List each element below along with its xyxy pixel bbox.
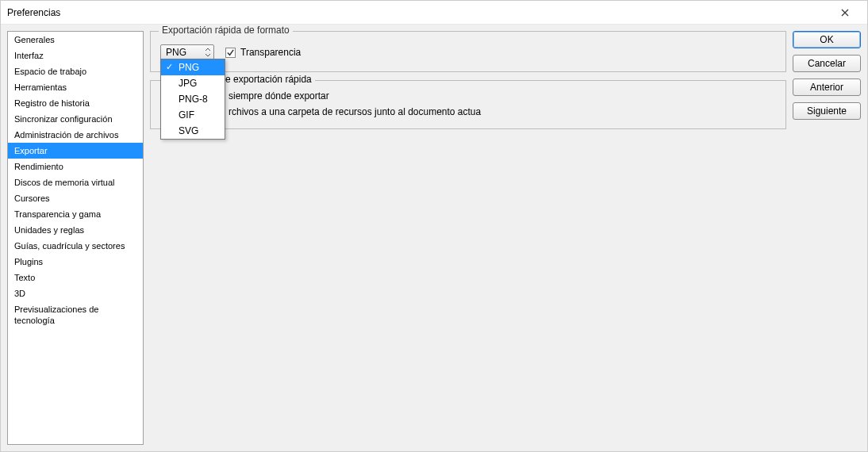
sidebar-item-10[interactable]: Cursores [8, 190, 143, 206]
group-legend: Exportación rápida de formato [159, 25, 293, 36]
prev-button[interactable]: Anterior [793, 79, 861, 96]
radio-row-2: rchivos a una carpeta de recursos junto … [229, 106, 776, 117]
category-sidebar: GeneralesInterfazEspacio de trabajoHerra… [7, 31, 144, 445]
checkmark-icon [226, 48, 235, 57]
sidebar-item-14[interactable]: Plugins [8, 254, 143, 270]
dialog-body: GeneralesInterfazEspacio de trabajoHerra… [1, 25, 867, 451]
radio-row-1: siempre dónde exportar [229, 90, 776, 102]
preferences-window: Preferencias GeneralesInterfazEspacio de… [0, 0, 868, 452]
group-legend-2: e exportación rápida [222, 74, 315, 85]
format-option-svg[interactable]: SVG [161, 123, 225, 139]
sidebar-item-8[interactable]: Rendimiento [8, 159, 143, 174]
sidebar-item-2[interactable]: Espacio de trabajo [8, 63, 143, 79]
titlebar: Preferencias [1, 1, 867, 25]
format-dropdown-list: ✓PNGJPGPNG-8GIFSVG [160, 59, 225, 140]
sidebar-item-11[interactable]: Transparencia y gama [8, 206, 143, 222]
sidebar-item-1[interactable]: Interfaz [8, 48, 143, 63]
quick-export-format-group: Exportación rápida de formato PNG Transp… [150, 31, 786, 72]
chevron-updown-icon [205, 49, 211, 56]
close-icon [841, 9, 849, 17]
sidebar-item-16[interactable]: 3D [8, 285, 143, 301]
radio-label-2: rchivos a una carpeta de recursos junto … [229, 106, 481, 117]
sidebar-item-4[interactable]: Registro de historia [8, 95, 143, 111]
dialog-buttons: OK Cancelar Anterior Siguiente [793, 31, 861, 445]
checkmark-icon: ✓ [166, 62, 173, 72]
format-row: PNG Transparencia [160, 40, 776, 60]
format-select-value: PNG [166, 47, 186, 58]
format-option-jpg[interactable]: JPG [161, 75, 225, 91]
radio-label-1: siempre dónde exportar [229, 90, 329, 102]
transparency-label: Transparencia [240, 47, 301, 58]
sidebar-item-12[interactable]: Unidades y reglas [8, 222, 143, 238]
main-panel: Exportación rápida de formato PNG Transp… [150, 31, 786, 445]
transparency-checkbox-wrap: Transparencia [225, 47, 301, 58]
format-option-png[interactable]: ✓PNG [161, 59, 225, 75]
ok-button[interactable]: OK [793, 31, 861, 48]
sidebar-item-6[interactable]: Administración de archivos [8, 127, 143, 143]
sidebar-item-0[interactable]: Generales [8, 32, 143, 48]
close-button[interactable] [829, 1, 861, 25]
format-select[interactable]: PNG [160, 44, 214, 60]
sidebar-item-7[interactable]: Exportar [8, 143, 143, 159]
sidebar-item-17[interactable]: Previsualizaciones de tecnología [8, 301, 143, 328]
sidebar-item-15[interactable]: Texto [8, 270, 143, 285]
sidebar-item-5[interactable]: Sincronizar configuración [8, 111, 143, 127]
sidebar-item-13[interactable]: Guías, cuadrícula y sectores [8, 238, 143, 254]
format-option-png-8[interactable]: PNG-8 [161, 91, 225, 107]
sidebar-item-3[interactable]: Herramientas [8, 79, 143, 95]
window-title: Preferencias [7, 7, 829, 18]
quick-export-location-group: e exportación rápida siempre dónde expor… [150, 80, 786, 129]
sidebar-item-9[interactable]: Discos de memoria virtual [8, 174, 143, 190]
format-option-gif[interactable]: GIF [161, 107, 225, 123]
next-button[interactable]: Siguiente [793, 102, 861, 120]
transparency-checkbox[interactable] [225, 48, 236, 58]
cancel-button[interactable]: Cancelar [793, 55, 861, 72]
